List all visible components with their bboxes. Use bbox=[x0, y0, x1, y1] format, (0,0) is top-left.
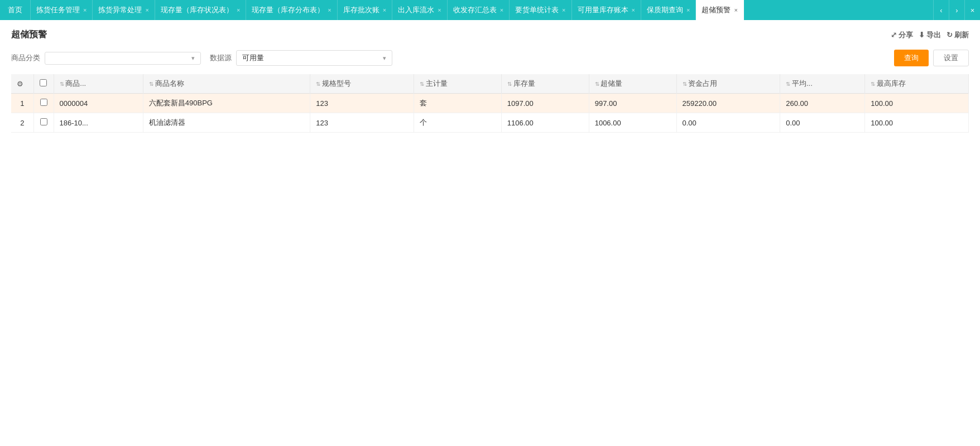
filter-actions: 查询 设置 bbox=[894, 50, 969, 66]
sort-icon: ⇅ bbox=[420, 81, 426, 87]
table-row: 2 186-10... 机油滤清器 123 个 1106.00 1006.00 … bbox=[11, 113, 969, 133]
sort-icon: ⇅ bbox=[149, 81, 155, 87]
nav-tab-10[interactable]: 超储预警 × bbox=[696, 0, 743, 20]
nav-tab-2[interactable]: 现存量（库存状况表） × bbox=[155, 0, 246, 20]
row-index: 1 bbox=[11, 94, 33, 113]
datasource-select-value: 可用量 bbox=[242, 53, 264, 63]
sort-icon: ⇅ bbox=[683, 81, 689, 87]
row-code: 186-10... bbox=[54, 113, 143, 133]
col-header-unit[interactable]: ⇅ 主计量 bbox=[414, 74, 501, 94]
page-header: 超储预警 ⤢ 分享 ⬇ 导出 ↻ 刷新 bbox=[11, 29, 969, 41]
share-action[interactable]: ⤢ 分享 bbox=[891, 30, 913, 40]
nav-tab-1[interactable]: 拣货异常处理 × bbox=[93, 0, 155, 20]
data-table: ⚙ ⇅ 商品... ⇅ 商品名称 ⇅ 规格型号 ⇅ bbox=[11, 74, 969, 133]
row-capital: 0.00 bbox=[676, 113, 780, 133]
row-name: 六配套新昌490BPG bbox=[143, 94, 310, 113]
page-actions: ⤢ 分享 ⬇ 导出 ↻ 刷新 bbox=[891, 30, 969, 40]
chevron-down-icon: ▾ bbox=[191, 55, 195, 62]
filter-bar: 商品分类 ▾ 数据源 可用量 ▾ 查询 设置 bbox=[11, 50, 969, 66]
row-stock: 1097.00 bbox=[501, 94, 589, 113]
row-maxstock: 100.00 bbox=[865, 94, 969, 113]
col-header-checkbox[interactable] bbox=[33, 74, 54, 94]
col-header-capital[interactable]: ⇅ 资金占用 bbox=[676, 74, 780, 94]
nav-arrow-group: ‹ › × bbox=[933, 0, 980, 20]
row-checkbox[interactable] bbox=[40, 118, 47, 125]
col-header-spec[interactable]: ⇅ 规格型号 bbox=[310, 74, 414, 94]
sort-icon: ⇅ bbox=[316, 81, 322, 87]
settings-button[interactable]: 设置 bbox=[933, 50, 969, 66]
gear-icon: ⚙ bbox=[17, 80, 23, 88]
col-header-code[interactable]: ⇅ 商品... bbox=[54, 74, 143, 94]
close-icon[interactable]: × bbox=[438, 7, 441, 13]
nav-tab-7[interactable]: 要货单统计表 × bbox=[510, 0, 571, 20]
close-icon[interactable]: × bbox=[328, 7, 331, 13]
nav-tab-0[interactable]: 拣货任务管理 × bbox=[31, 0, 93, 20]
filter-category-label: 商品分类 bbox=[11, 53, 40, 63]
row-over: 1006.00 bbox=[589, 113, 676, 133]
row-stock: 1106.00 bbox=[501, 113, 589, 133]
filter-datasource-label: 数据源 bbox=[210, 53, 232, 63]
filter-category: 商品分类 ▾ bbox=[11, 52, 201, 65]
sort-icon: ⇅ bbox=[595, 81, 601, 87]
col-header-avg[interactable]: ⇅ 平均... bbox=[780, 74, 865, 94]
query-button[interactable]: 查询 bbox=[894, 50, 929, 66]
page-title: 超储预警 bbox=[11, 29, 47, 41]
col-header-maxstock[interactable]: ⇅ 最高库存 bbox=[865, 74, 969, 94]
refresh-action[interactable]: ↻ 刷新 bbox=[947, 30, 969, 40]
nav-tab-4[interactable]: 库存批次账 × bbox=[338, 0, 392, 20]
close-icon[interactable]: × bbox=[632, 7, 635, 13]
sort-icon: ⇅ bbox=[60, 81, 66, 87]
sort-icon: ⇅ bbox=[786, 81, 792, 87]
filter-datasource: 数据源 可用量 ▾ bbox=[210, 50, 392, 66]
row-avg: 0.00 bbox=[780, 113, 865, 133]
page-content: 超储预警 ⤢ 分享 ⬇ 导出 ↻ 刷新 商品分类 ▾ 数据源 bbox=[0, 20, 980, 142]
close-icon[interactable]: × bbox=[734, 7, 737, 13]
col-header-gear[interactable]: ⚙ bbox=[11, 74, 33, 94]
close-icon[interactable]: × bbox=[562, 7, 565, 13]
col-header-name[interactable]: ⇅ 商品名称 bbox=[143, 74, 310, 94]
row-code: 0000004 bbox=[54, 94, 143, 113]
row-index: 2 bbox=[11, 113, 33, 133]
close-icon[interactable]: × bbox=[500, 7, 503, 13]
row-checkbox[interactable] bbox=[40, 99, 47, 106]
close-icon[interactable]: × bbox=[237, 7, 240, 13]
chevron-down-icon: ▾ bbox=[383, 55, 386, 62]
row-over: 997.00 bbox=[589, 94, 676, 113]
nav-tab-3[interactable]: 现存量（库存分布表） × bbox=[246, 0, 337, 20]
col-header-over[interactable]: ⇅ 超储量 bbox=[589, 74, 676, 94]
category-select[interactable]: ▾ bbox=[45, 52, 201, 65]
row-unit: 套 bbox=[414, 94, 501, 113]
table-row: 1 0000004 六配套新昌490BPG 123 套 1097.00 997.… bbox=[11, 94, 969, 113]
nav-tab-5[interactable]: 出入库流水 × bbox=[392, 0, 447, 20]
export-icon: ⬇ bbox=[919, 31, 925, 39]
nav-home[interactable]: 首页 bbox=[0, 0, 31, 20]
row-avg: 260.00 bbox=[780, 94, 865, 113]
nav-arrow-close[interactable]: × bbox=[964, 0, 980, 20]
row-unit: 个 bbox=[414, 113, 501, 133]
close-icon[interactable]: × bbox=[83, 7, 87, 13]
datasource-select[interactable]: 可用量 ▾ bbox=[236, 50, 392, 66]
nav-arrow-right[interactable]: › bbox=[949, 0, 964, 20]
col-header-stock[interactable]: ⇅ 库存量 bbox=[501, 74, 589, 94]
close-icon[interactable]: × bbox=[383, 7, 386, 13]
row-maxstock: 100.00 bbox=[865, 113, 969, 133]
sort-icon: ⇅ bbox=[507, 81, 513, 87]
refresh-icon: ↻ bbox=[947, 31, 953, 39]
nav-tab-8[interactable]: 可用量库存账本 × bbox=[572, 0, 641, 20]
table-header-row: ⚙ ⇅ 商品... ⇅ 商品名称 ⇅ 规格型号 ⇅ bbox=[11, 74, 969, 94]
close-icon[interactable]: × bbox=[145, 7, 148, 13]
row-checkbox-cell[interactable] bbox=[33, 94, 54, 113]
nav-tab-6[interactable]: 收发存汇总表 × bbox=[448, 0, 510, 20]
export-action[interactable]: ⬇ 导出 bbox=[919, 30, 941, 40]
nav-tab-9[interactable]: 保质期查询 × bbox=[641, 0, 696, 20]
row-name: 机油滤清器 bbox=[143, 113, 310, 133]
top-navigation: 首页 拣货任务管理 × 拣货异常处理 × 现存量（库存状况表） × 现存量（库存… bbox=[0, 0, 980, 20]
close-icon[interactable]: × bbox=[686, 7, 690, 13]
share-icon: ⤢ bbox=[891, 31, 897, 39]
row-checkbox-cell[interactable] bbox=[33, 113, 54, 133]
row-spec: 123 bbox=[310, 94, 414, 113]
row-capital: 259220.00 bbox=[676, 94, 780, 113]
nav-arrow-left[interactable]: ‹ bbox=[933, 0, 949, 20]
select-all-checkbox[interactable] bbox=[40, 79, 47, 86]
sort-icon: ⇅ bbox=[871, 81, 877, 87]
